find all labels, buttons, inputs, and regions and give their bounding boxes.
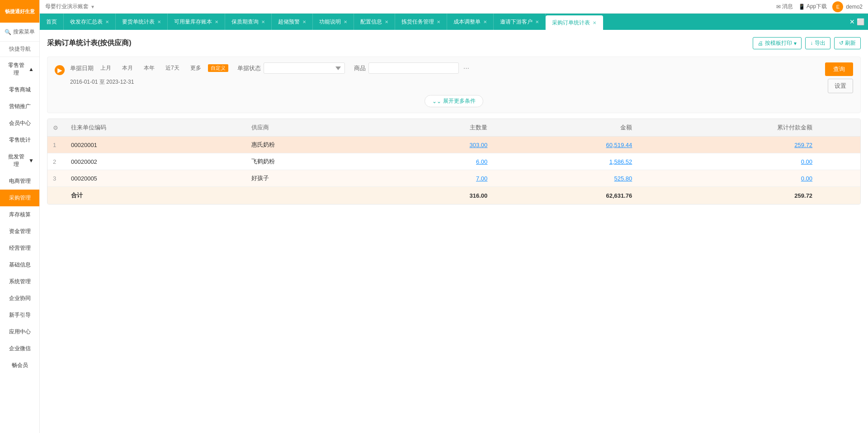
date-shortcut-last-month[interactable]: 上月 — [96, 63, 115, 73]
logo: 畅捷通好生意 — [0, 0, 39, 23]
date-shortcut-this-year[interactable]: 本年 — [140, 63, 159, 73]
tab-receive-summary[interactable]: 收发存汇总表 ✕ — [64, 14, 116, 30]
tab-close-icon[interactable]: ✕ — [215, 19, 218, 24]
print-button[interactable]: 🖨 按模板打印 ▾ — [753, 37, 802, 49]
row-main-qty[interactable]: 6.00 — [380, 153, 493, 170]
footer-paid-amount: 259.72 — [637, 187, 818, 205]
refresh-button[interactable]: ↺ 刷新 — [834, 37, 861, 49]
row-main-qty[interactable]: 7.00 — [380, 170, 493, 187]
sidebar-item-enterprise-wx[interactable]: 企业微信 — [0, 340, 39, 357]
tab-invite-downstream[interactable]: 邀请下游客户 ✕ — [494, 14, 546, 30]
sidebar-item-enterprise[interactable]: 企业协同 — [0, 290, 39, 307]
status-label: 单据状态 — [237, 64, 261, 72]
tab-expiry-query[interactable]: 保质期查询 ✕ — [225, 14, 272, 30]
tab-label: 保质期查询 — [231, 18, 259, 26]
sidebar-item-purchase[interactable]: 采购管理 — [0, 190, 39, 206]
app-download-label: App下载 — [807, 3, 827, 10]
tab-close-icon[interactable]: ✕ — [535, 19, 539, 24]
sidebar-item-ecommerce[interactable]: 电商管理 — [0, 173, 39, 190]
export-button[interactable]: ↓ 导出 — [805, 37, 830, 49]
message-button[interactable]: ✉ 消息 — [776, 3, 793, 10]
search-menu-button[interactable]: 🔍 搜索菜单 — [3, 26, 37, 38]
app-download-button[interactable]: 📱 App下载 — [798, 3, 827, 10]
table-row[interactable]: 3 00020005 好孩子 7.00 525.80 0.00 — [47, 170, 860, 187]
print-chevron-icon: ▾ — [794, 40, 797, 47]
refresh-label: 刷新 — [845, 40, 856, 46]
logo-text: 畅捷通好生意 — [5, 8, 35, 14]
tab-close-icon[interactable]: ✕ — [261, 19, 265, 24]
tab-function-desc[interactable]: 功能说明 ✕ — [313, 14, 354, 30]
topbar-right: ✉ 消息 📱 App下载 E demo2 — [776, 1, 863, 12]
row-main-qty[interactable]: 303.00 — [380, 137, 493, 153]
tab-config-info[interactable]: 配置信息 ✕ — [354, 14, 395, 30]
row-amount[interactable]: 1,586.52 — [493, 153, 637, 170]
row-extra — [818, 170, 860, 187]
tab-home[interactable]: 首页 — [40, 14, 64, 30]
sidebar-item-wholesale[interactable]: 批发管理 ▼ — [0, 148, 39, 173]
tab-close-icon[interactable]: ✕ — [593, 20, 596, 25]
row-supplier-name: 好孩子 — [246, 170, 380, 187]
tab-close-icon[interactable]: ✕ — [344, 19, 347, 24]
sidebar-item-operations[interactable]: 经营管理 — [0, 240, 39, 257]
user-area[interactable]: E demo2 — [832, 1, 863, 12]
sidebar-item-finance[interactable]: 资金管理 — [0, 223, 39, 240]
tab-picking-task[interactable]: 拣货任务管理 ✕ — [395, 14, 447, 30]
row-seq: 1 — [47, 137, 66, 153]
tab-requisition-stats[interactable]: 要货单统计表 ✕ — [116, 14, 168, 30]
search-icon: 🔍 — [5, 29, 11, 35]
row-amount[interactable]: 525.80 — [493, 170, 637, 187]
tab-close-icon[interactable]: ✕ — [385, 19, 388, 24]
expand-filter-button[interactable]: ▶ — [55, 65, 65, 75]
tab-purchase-stats[interactable]: 采购订单统计表 ✕ — [546, 15, 603, 30]
date-custom-badge[interactable]: 自定义 — [208, 64, 228, 72]
sidebar-item-retail-shop[interactable]: 零售商城 — [0, 81, 39, 98]
column-settings-icon[interactable]: ⚙ — [53, 124, 58, 131]
tab-cost-adjust[interactable]: 成本调整单 ✕ — [447, 14, 494, 30]
sidebar-item-inventory[interactable]: 库存核算 — [0, 206, 39, 223]
footer-label: 合计 — [66, 187, 246, 205]
tab-close-icon[interactable]: ✕ — [437, 19, 440, 24]
sidebar-item-retail-stats[interactable]: 零售统计 — [0, 132, 39, 148]
table-row[interactable]: 1 00020001 惠氏奶粉 303.00 60,519.44 259.72 — [47, 137, 860, 153]
sidebar-item-app-center[interactable]: 应用中心 — [0, 324, 39, 340]
row-paid-amount[interactable]: 0.00 — [637, 153, 818, 170]
goods-ellipsis-button[interactable]: ··· — [462, 64, 471, 72]
settings-col-header: ⚙ — [47, 119, 66, 137]
maximize-icon[interactable]: ⬜ — [857, 18, 864, 25]
sidebar-item-system[interactable]: 系统管理 — [0, 273, 39, 290]
tab-close-icon[interactable]: ✕ — [105, 19, 109, 24]
date-shortcut-this-month[interactable]: 本月 — [118, 63, 137, 73]
sidebar-item-vip[interactable]: 畅会员 — [0, 357, 39, 374]
tab-overstock-warning[interactable]: 超储预警 ✕ — [272, 14, 313, 30]
chevron-down-icon: ▼ — [28, 157, 34, 164]
row-paid-amount[interactable]: 0.00 — [637, 170, 818, 187]
table-footer-row: 合计 316.00 62,631.76 259.72 — [47, 187, 860, 205]
tab-close-icon[interactable]: ✕ — [302, 19, 306, 24]
goods-input[interactable] — [368, 62, 459, 74]
date-range-display: 2016-01-01 至 2023-12-31 — [70, 78, 134, 86]
row-amount[interactable]: 60,519.44 — [493, 137, 637, 153]
date-shortcut-more[interactable]: 更多 — [186, 63, 205, 73]
query-button[interactable]: 查询 — [825, 62, 853, 76]
table-row[interactable]: 2 00020002 飞鹤奶粉 6.00 1,586.52 0.00 — [47, 153, 860, 170]
supplier-code-col-header: 往来单位编码 — [66, 119, 246, 137]
sidebar-item-basic-info[interactable]: 基础信息 — [0, 257, 39, 273]
tab-close-icon[interactable]: ✕ — [157, 19, 161, 24]
status-filter-field: 单据状态 — [237, 62, 345, 74]
quicknav-button[interactable]: 快捷导航 — [0, 42, 39, 57]
close-all-icon[interactable]: ✕ — [849, 18, 855, 25]
tab-close-icon[interactable]: ✕ — [483, 19, 487, 24]
settings-button[interactable]: 设置 — [828, 79, 853, 93]
date-shortcut-7days[interactable]: 近7天 — [161, 63, 184, 73]
expand-more-button[interactable]: ⌄⌄ 展开更多条件 — [425, 95, 483, 107]
sidebar-item-new-guide[interactable]: 新手引导 — [0, 307, 39, 324]
sidebar-item-retail[interactable]: 零售管理 ▲ — [0, 57, 39, 81]
sidebar-item-marketing[interactable]: 营销推广 — [0, 98, 39, 115]
status-select[interactable] — [264, 62, 345, 74]
tab-label: 超储预警 — [278, 18, 300, 26]
topbar-left: 母婴行业演示账套 ▾ — [45, 3, 94, 10]
tab-available-stock[interactable]: 可用量库存账本 ✕ — [168, 14, 225, 30]
amount-col-header: 金额 — [493, 119, 637, 137]
sidebar-item-member[interactable]: 会员中心 — [0, 115, 39, 132]
row-paid-amount[interactable]: 259.72 — [637, 137, 818, 153]
